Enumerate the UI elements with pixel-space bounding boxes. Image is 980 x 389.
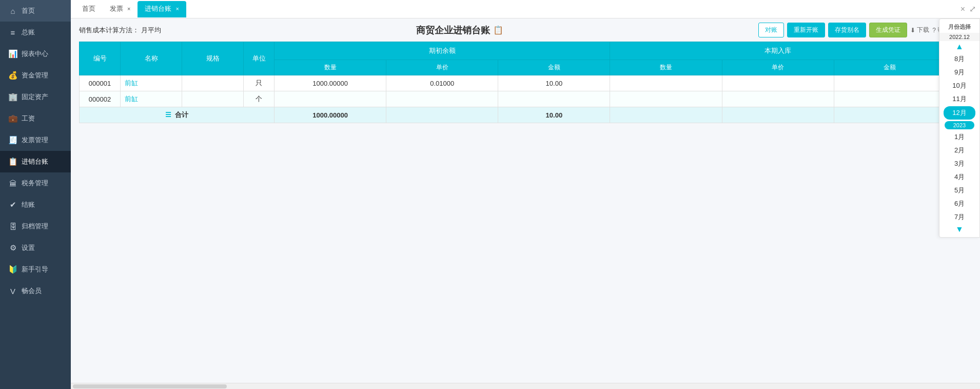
sidebar-item-salary[interactable]: 💼 工资 [0,108,71,129]
reopen-button[interactable]: 重新开账 [787,23,825,37]
download-icon: ⬇ [910,27,915,34]
window-maximize-button[interactable]: ⤢ [969,4,976,14]
home-icon: ⌂ [8,7,17,15]
window-close-button[interactable]: × [961,5,965,14]
sidebar-item-label: 工资 [22,114,35,123]
toolbar: 销售成本计算方法： 月平均 商贸企业进销台账 📋 对账 重新开账 存货别名 生成… [71,18,980,42]
col-inbound-amount-header: 金额 [834,60,946,75]
sidebar-item-label: 资金管理 [22,71,48,80]
sidebar-item-purchase-ledger[interactable]: 📋 进销台账 [0,151,71,172]
assets-icon: 🏢 [8,92,17,102]
cell-opening-qty: 1000.00000 [275,75,386,91]
download-button[interactable]: ⬇ 下载 [910,26,929,34]
sidebar-item-label: 新手引导 [22,265,48,274]
sidebar-item-guide[interactable]: 🔰 新手引导 [0,259,71,280]
total-opening-price [386,107,498,123]
settings-icon: ⚙ [8,243,17,252]
vip-icon: V [8,287,17,296]
cell-inbound-price [722,91,834,107]
month-7[interactable]: 7月 [939,210,979,224]
sidebar-item-archive[interactable]: 🗄 归档管理 [0,216,71,237]
tab-purchase-ledger[interactable]: 进销台账 × [138,1,186,17]
month-1[interactable]: 1月 [939,130,979,144]
sidebar-item-label: 首页 [22,6,35,15]
month-2[interactable]: 2月 [939,144,979,157]
cell-opening-price [386,91,498,107]
col-inbound-header: 本期入库 [610,42,946,60]
page-title: 商贸企业进销台账 📋 [161,24,759,36]
main-area: 首页 发票 × 进销台账 × × ⤢ 销售成本计算方法： 月平均 商贸企业进销台… [71,0,980,389]
month-5[interactable]: 5月 [939,184,979,197]
total-icon: ☰ [165,111,171,119]
generate-button[interactable]: 生成凭证 [869,23,907,37]
cell-name: 前缸 [121,75,182,91]
sidebar-item-settings[interactable]: ⚙ 设置 [0,237,71,259]
cell-spec [182,75,244,91]
cost-method-value: 月平均 [141,26,161,34]
cell-spec [182,91,244,107]
cell-unit: 只 [244,75,275,91]
tab-purchase-ledger-label: 进销台账 [145,4,171,13]
sidebar-item-vip[interactable]: V 畅会员 [0,280,71,302]
table-row: 000002 前缸 个 [80,91,972,107]
month-3[interactable]: 3月 [939,157,979,170]
sidebar-item-label: 税务管理 [22,179,48,188]
tab-invoice-close[interactable]: × [127,6,130,12]
sidebar-item-label: 设置 [22,243,35,252]
sidebar-item-checkout[interactable]: ✔ 结账 [0,194,71,216]
sidebar-item-label: 进销台账 [22,157,48,166]
month-12[interactable]: 12月 [944,106,975,120]
month-8[interactable]: 8月 [939,52,979,66]
tab-home-label: 首页 [82,4,95,13]
sidebar-item-label: 归档管理 [22,222,48,231]
tax-icon: 🏛 [8,179,17,188]
month-panel: 月份选择 2022.12 ▲ 8月 9月 10月 11月 12月 2023 1月… [939,18,980,238]
col-spec-header: 规格 [182,42,244,75]
cell-unit: 个 [244,91,275,107]
sidebar-item-funds[interactable]: 💰 资金管理 [0,65,71,86]
month-11[interactable]: 11月 [939,92,979,106]
sidebar-item-label: 畅会员 [22,286,42,296]
month-panel-year-2022: 2022.12 [939,33,979,41]
tab-invoice[interactable]: 发票 × [103,1,138,17]
horizontal-scrollbar[interactable] [73,384,227,388]
table-total-row: ☰ 合计 1000.00000 10.00 [80,107,972,123]
month-4[interactable]: 4月 [939,170,979,184]
save-alias-button[interactable]: 存货别名 [828,23,866,37]
col-opening-qty-header: 数量 [275,60,386,75]
scroll-down-arrow[interactable]: ▼ [955,224,964,235]
sidebar-item-label: 报表中心 [22,49,48,59]
month-9[interactable]: 9月 [939,66,979,79]
cell-inbound-price [722,75,834,91]
cell-code: 000002 [80,91,121,107]
sidebar-item-label: 固定资产 [22,92,48,102]
month-10[interactable]: 10月 [939,79,979,92]
salary-icon: 💼 [8,114,17,123]
col-opening-price-header: 单价 [386,60,498,75]
sidebar-item-home[interactable]: ⌂ 首页 [0,0,71,22]
total-label: ☰ 合计 [80,107,275,123]
total-inbound-price [722,107,834,123]
tab-home[interactable]: 首页 [75,1,103,17]
month-6[interactable]: 6月 [939,197,979,210]
col-opening-balance-header: 期初余额 [275,42,610,60]
scrollbar-area [71,383,980,389]
sidebar: ⌂ 首页 ≡ 总账 📊 报表中心 💰 资金管理 🏢 固定资产 💼 工资 🧾 发票… [0,0,71,389]
cell-opening-amount: 10.00 [498,75,610,91]
reconcile-button[interactable]: 对账 [758,23,784,37]
checkout-icon: ✔ [8,200,17,209]
sidebar-item-invoice-mgmt[interactable]: 🧾 发票管理 [0,129,71,151]
funds-icon: 💰 [8,71,17,80]
table-row: 000001 前缸 只 1000.00000 0.01000 10.00 [80,75,972,91]
sidebar-item-tax[interactable]: 🏛 税务管理 [0,172,71,194]
scroll-up-arrow[interactable]: ▲ [955,41,964,52]
sidebar-item-reports[interactable]: 📊 报表中心 [0,43,71,65]
tab-purchase-ledger-close[interactable]: × [175,6,179,12]
cell-inbound-amount [834,75,946,91]
cell-opening-amount [498,91,610,107]
sidebar-item-label: 结账 [22,200,35,209]
archive-icon: 🗄 [8,222,17,231]
sidebar-item-ledger[interactable]: ≡ 总账 [0,22,71,43]
cell-code: 000001 [80,75,121,91]
sidebar-item-assets[interactable]: 🏢 固定资产 [0,86,71,108]
